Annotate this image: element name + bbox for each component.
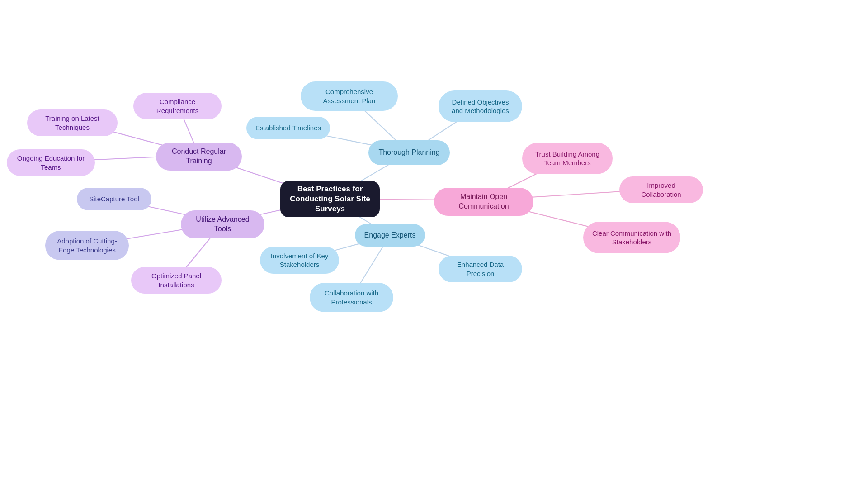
- sitecapture-tool-node: SiteCapture Tool: [77, 188, 151, 210]
- thorough-planning-node: Thorough Planning: [368, 140, 450, 165]
- ongoing-education-node: Ongoing Education for Teams: [7, 149, 95, 176]
- utilize-advanced-node: Utilize Advanced Tools: [181, 210, 264, 238]
- optimized-panel-node: Optimized Panel Installations: [131, 267, 222, 294]
- center-node: Best Practices for Conducting Solar Site…: [280, 181, 380, 217]
- collab-professionals-node: Collaboration with Professionals: [310, 283, 393, 312]
- conduct-training-node: Conduct Regular Training: [156, 143, 242, 171]
- improved-collab-node: Improved Collaboration: [619, 176, 703, 203]
- enhanced-data-node: Enhanced Data Precision: [439, 256, 522, 282]
- defined-objectives-node: Defined Objectives and Methodologies: [439, 90, 522, 122]
- comprehensive-assessment-node: Comprehensive Assessment Plan: [301, 81, 398, 111]
- engage-experts-node: Engage Experts: [355, 224, 425, 247]
- connections-svg: [0, 0, 868, 490]
- established-timelines-node: Established Timelines: [246, 117, 330, 139]
- cutting-edge-node: Adoption of Cutting-Edge Technologies: [45, 231, 129, 260]
- training-latest-node: Training on Latest Techniques: [27, 109, 118, 136]
- involvement-stakeholders-node: Involvement of Key Stakeholders: [260, 247, 339, 274]
- trust-building-node: Trust Building Among Team Members: [522, 143, 613, 174]
- mindmap-container: Best Practices for Conducting Solar Site…: [0, 0, 868, 490]
- clear-comm-node: Clear Communication with Stakeholders: [583, 222, 680, 253]
- compliance-req-node: Compliance Requirements: [133, 93, 222, 119]
- maintain-open-comm-node: Maintain Open Communication: [434, 188, 533, 216]
